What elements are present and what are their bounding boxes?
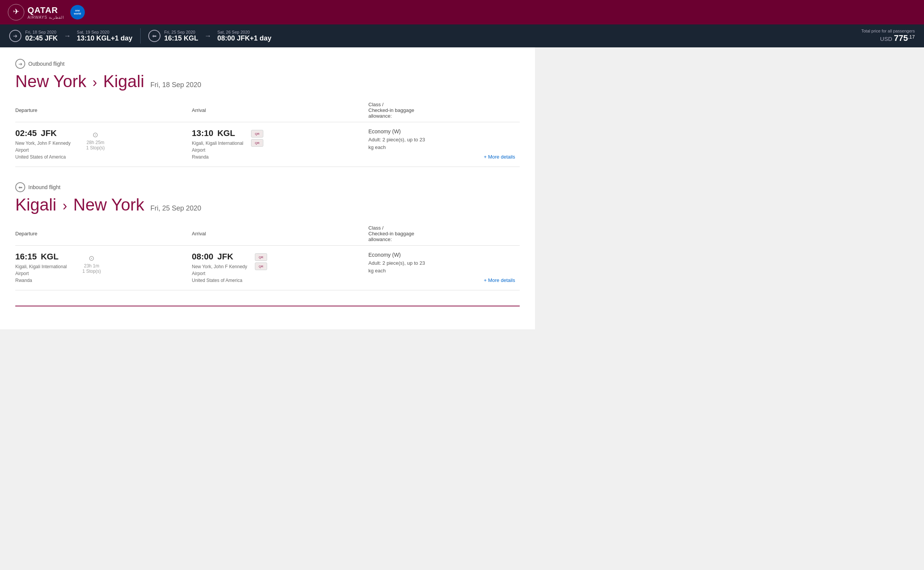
inbound-arrival-segment: Sat, 26 Sep 2020 08:00 JFK+1 day [217, 30, 272, 42]
outbound-class-name: Economy (W) [368, 128, 515, 134]
outbound-arr-info: Sat, 19 Sep 2020 13:10 KGL+1 day [77, 30, 133, 42]
inbound-stops: 1 Stop(s) [82, 269, 101, 274]
brand-sub: AIRWAYS القطرية [28, 15, 64, 19]
inbound-flight-section: ⬅ Inbound flight Kigali › New York Fri, … [15, 182, 520, 290]
outbound-airline-icon-1: QR [251, 130, 263, 138]
outbound-dep-detail: New York, John F Kennedy Airport United … [15, 140, 71, 160]
outbound-table-header: Departure Arrival Class / Checked-in bag… [15, 99, 520, 122]
outbound-col-class: Class / Checked-in baggage allowance: [368, 99, 520, 122]
outbound-airline-icons: QR QR [251, 130, 263, 147]
outbound-dep-time-code: 02:45 JFK [15, 128, 71, 138]
inbound-class-name: Economy (W) [368, 252, 515, 258]
price-label: Total price for all passengers [861, 29, 915, 33]
outbound-dep-time: 02:45 JFK [25, 34, 58, 42]
outbound-dep-main: 02:45 JFK New York, John F Kennedy Airpo… [15, 128, 71, 160]
outbound-direction-icon: ➜ [15, 59, 25, 69]
inbound-arr-time: 08:00 JFK+1 day [217, 34, 272, 42]
outbound-flight-section: ➜ Outbound flight New York › Kigali Fri,… [15, 59, 520, 167]
inbound-arr-date: Sat, 26 Sep 2020 [217, 30, 272, 34]
outbound-duration: 28h 25m [86, 140, 104, 145]
inbound-route-arrow-icon: › [63, 198, 67, 214]
inbound-duration: 23h 1m [84, 263, 99, 269]
outbound-arr-main: 13:10 KGL Kigali, Kigali International A… [192, 128, 243, 160]
oneworld-badge: oneworld [70, 5, 85, 19]
outbound-departure-segment: Fri, 18 Sep 2020 02:45 JFK [25, 30, 58, 42]
inbound-dep-main: 16:15 KGL Kigali, Kigali International A… [15, 252, 67, 284]
inbound-arr-main: 08:00 JFK New York, John F Kennedy Airpo… [192, 252, 247, 284]
inbound-col-class: Class / Checked-in baggage allowance: [368, 222, 520, 246]
outbound-departure-icon: ➜ [9, 30, 21, 42]
inbound-more-details-link[interactable]: + More details [368, 277, 515, 283]
inbound-direction-icon: ⬅ [15, 182, 25, 192]
inbound-arrival-cell: 08:00 JFK New York, John F Kennedy Airpo… [192, 246, 368, 290]
inbound-dep-detail: Kigali, Kigali International Airport Rwa… [15, 263, 67, 284]
inbound-table-header: Departure Arrival Class / Checked-in bag… [15, 222, 520, 246]
outbound-arrival-cell: 13:10 KGL Kigali, Kigali International A… [192, 122, 368, 167]
outbound-stops: 1 Stop(s) [86, 145, 105, 151]
outbound-arr-date: Sat, 19 Sep 2020 [77, 30, 133, 34]
total-price-area: Total price for all passengers USD 775.1… [861, 29, 915, 43]
outbound-arr-time: 13:10 [192, 128, 213, 138]
inbound-label-text: Inbound flight [28, 184, 60, 190]
outbound-dep-info: Fri, 18 Sep 2020 02:45 JFK [25, 30, 58, 42]
price-display: USD 775.17 [861, 33, 915, 43]
inbound-airline-icon-1: QR [255, 253, 267, 261]
svg-text:QR: QR [255, 132, 259, 136]
bar-divider [140, 28, 141, 44]
inbound-class-info: Economy (W) Adult: 2 piece(s), up to 23 … [368, 252, 515, 283]
inbound-arr-time-code: 08:00 JFK [192, 252, 247, 262]
bottom-divider [15, 306, 520, 306]
price-decimal: .17 [908, 34, 915, 40]
inbound-class-cell: Economy (W) Adult: 2 piece(s), up to 23 … [368, 246, 520, 290]
inbound-col-arrival: Arrival [192, 222, 368, 246]
svg-text:QR: QR [259, 265, 263, 268]
outbound-dep-row: 02:45 JFK New York, John F Kennedy Airpo… [15, 128, 187, 160]
inbound-duration-clock-icon: ⊙ [89, 254, 94, 262]
outbound-col-departure: Departure [15, 99, 192, 122]
inbound-dep-date: Fri, 25 Sep 2020 [164, 30, 198, 34]
outbound-route-title: New York › Kigali Fri, 18 Sep 2020 [15, 72, 520, 91]
inbound-dep-time: 16:15 [15, 252, 37, 261]
outbound-flight-table: Departure Arrival Class / Checked-in bag… [15, 99, 520, 167]
brand-name-area: QATAR AIRWAYS القطرية [28, 5, 64, 19]
outbound-flight-row: 02:45 JFK New York, John F Kennedy Airpo… [15, 122, 520, 167]
inbound-route-title: Kigali › New York Fri, 25 Sep 2020 [15, 195, 520, 214]
outbound-from-city: New York [15, 72, 86, 91]
inbound-airline-icons: QR QR [255, 253, 267, 270]
inbound-duration-area: ⊙ 23h 1m 1 Stop(s) [75, 254, 109, 274]
inbound-flight-table: Departure Arrival Class / Checked-in bag… [15, 222, 520, 290]
inbound-baggage-info: Adult: 2 piece(s), up to 23 kg each [368, 259, 515, 274]
outbound-section-label: ➜ Outbound flight [15, 59, 520, 69]
inbound-dep-info: Fri, 25 Sep 2020 16:15 KGL [164, 30, 198, 42]
brand-name: QATAR [28, 5, 58, 15]
outbound-departure-cell: 02:45 JFK New York, John F Kennedy Airpo… [15, 122, 192, 167]
inbound-dep-airport-code: KGL [41, 252, 58, 261]
outbound-arr-time-code: 13:10 KGL [192, 128, 243, 138]
inbound-departure-segment: Fri, 25 Sep 2020 16:15 KGL [164, 30, 198, 42]
outbound-more-details-link[interactable]: + More details [368, 154, 515, 160]
inbound-arr-info: Sat, 26 Sep 2020 08:00 JFK+1 day [217, 30, 272, 42]
outbound-class-cell: Economy (W) Adult: 2 piece(s), up to 23 … [368, 122, 520, 167]
inbound-arrow-icon: → [204, 32, 211, 40]
main-content: ➜ Outbound flight New York › Kigali Fri,… [0, 47, 535, 329]
inbound-arr-airport-code: JFK [217, 252, 233, 261]
duration-clock-icon: ⊙ [92, 131, 98, 139]
outbound-route-date: Fri, 18 Sep 2020 [151, 81, 201, 89]
outbound-baggage-info: Adult: 2 piece(s), up to 23 kg each [368, 136, 515, 151]
price-main: 775 [894, 33, 908, 43]
outbound-airline-icon-2: QR [251, 139, 263, 147]
brand-logo: ✈ QATAR AIRWAYS القطرية [8, 4, 64, 21]
inbound-dep-row: 16:15 KGL Kigali, Kigali International A… [15, 252, 187, 284]
outbound-arr-detail: Kigali, Kigali International Airport Rwa… [192, 140, 243, 160]
inbound-flight-row: 16:15 KGL Kigali, Kigali International A… [15, 246, 520, 290]
outbound-dep-airport-code: JFK [41, 128, 57, 138]
inbound-arr-row: 08:00 JFK New York, John F Kennedy Airpo… [192, 252, 364, 284]
outbound-label-text: Outbound flight [28, 61, 65, 67]
svg-text:QR: QR [255, 141, 259, 145]
inbound-departure-icon: ⬅ [148, 30, 160, 42]
outbound-arr-airport-code: KGL [217, 128, 235, 138]
inbound-departure-cell: 16:15 KGL Kigali, Kigali International A… [15, 246, 192, 290]
flight-summary-bar: ➜ Fri, 18 Sep 2020 02:45 JFK → Sat, 19 S… [0, 24, 924, 47]
svg-text:✈: ✈ [13, 7, 19, 16]
inbound-from-city: Kigali [15, 195, 57, 214]
